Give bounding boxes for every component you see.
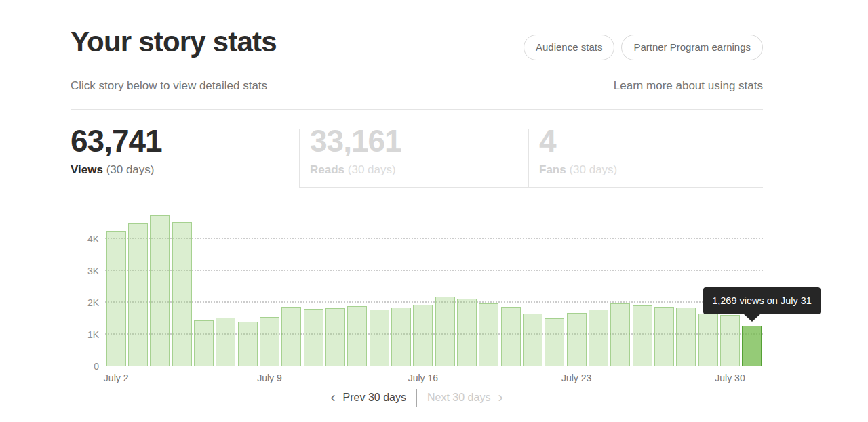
bar-july-7[interactable] bbox=[216, 318, 235, 366]
y-axis-tick: 0 bbox=[71, 361, 99, 372]
bar-july-23[interactable] bbox=[567, 313, 587, 366]
bar-july-18[interactable] bbox=[457, 299, 477, 366]
bar-july-2[interactable] bbox=[106, 231, 126, 366]
y-axis-tick: 3K bbox=[71, 266, 99, 276]
bar-july-21[interactable] bbox=[523, 314, 542, 366]
bar-july-25[interactable] bbox=[610, 303, 630, 366]
bar-july-5[interactable] bbox=[172, 222, 192, 366]
audience-stats-button[interactable]: Audience stats bbox=[524, 35, 614, 60]
x-axis-tick: July 23 bbox=[561, 373, 591, 383]
chevron-right-icon[interactable]: › bbox=[498, 390, 502, 405]
reads-value: 33,161 bbox=[310, 125, 528, 156]
x-axis-tick: July 30 bbox=[715, 373, 745, 383]
bar-july-17[interactable] bbox=[435, 297, 455, 366]
bar-july-4[interactable] bbox=[150, 215, 170, 366]
page-header: Your story stats Audience stats Partner … bbox=[71, 0, 763, 60]
bar-july-11[interactable] bbox=[304, 309, 323, 366]
stat-tab-fans[interactable]: 4 Fans (30 days) bbox=[528, 110, 763, 188]
y-axis-tick: 1K bbox=[71, 329, 99, 340]
learn-more-link[interactable]: Learn more about using stats bbox=[614, 79, 763, 93]
reads-label: Reads (30 days) bbox=[310, 163, 528, 177]
bar-july-3[interactable] bbox=[128, 223, 148, 366]
bar-july-24[interactable] bbox=[589, 310, 608, 366]
chevron-left-icon[interactable]: ‹ bbox=[330, 390, 335, 405]
next-30-days-button[interactable]: Next 30 days bbox=[427, 392, 490, 404]
summary-stats: 63,741 Views (30 days) 33,161 Reads (30 … bbox=[71, 110, 763, 188]
bar-july-30[interactable] bbox=[720, 315, 740, 366]
subheader-hint: Click story below to view detailed stats bbox=[71, 79, 267, 93]
bar-july-22[interactable] bbox=[545, 318, 564, 366]
y-axis-tick: 2K bbox=[71, 297, 99, 308]
gridline-2K bbox=[105, 301, 763, 303]
tooltip-arrow-icon bbox=[743, 314, 761, 322]
bar-july-29[interactable] bbox=[698, 314, 718, 366]
bar-july-14[interactable] bbox=[370, 310, 389, 366]
bar-july-6[interactable] bbox=[194, 320, 214, 366]
views-label: Views (30 days) bbox=[71, 163, 299, 177]
bar-july-16[interactable] bbox=[413, 305, 433, 366]
pager-divider bbox=[416, 389, 417, 407]
subheader: Click story below to view detailed stats… bbox=[71, 79, 763, 93]
bar-july-13[interactable] bbox=[347, 306, 367, 366]
bar-july-27[interactable] bbox=[654, 307, 674, 366]
bar-july-12[interactable] bbox=[326, 308, 345, 366]
header-buttons: Audience stats Partner Program earnings bbox=[524, 35, 763, 60]
x-axis-line bbox=[105, 366, 763, 366]
bar-july-20[interactable] bbox=[501, 307, 521, 366]
stat-tab-reads[interactable]: 33,161 Reads (30 days) bbox=[299, 110, 528, 188]
x-axis-tick: July 2 bbox=[104, 373, 129, 383]
date-range-pager: ‹ Prev 30 days Next 30 days › bbox=[71, 387, 763, 408]
stats-page: Your story stats Audience stats Partner … bbox=[71, 0, 763, 408]
bar-july-19[interactable] bbox=[479, 303, 498, 366]
bar-tooltip: 1,269 views on July 31 bbox=[703, 287, 821, 314]
bar-july-31[interactable] bbox=[742, 326, 762, 366]
gridline-4K bbox=[105, 238, 763, 239]
bar-july-8[interactable] bbox=[238, 322, 258, 366]
bar-july-28[interactable] bbox=[676, 308, 696, 366]
bar-july-15[interactable] bbox=[391, 308, 411, 366]
gridline-3K bbox=[105, 270, 763, 271]
fans-value: 4 bbox=[539, 125, 763, 156]
bar-july-26[interactable] bbox=[633, 305, 652, 366]
prev-30-days-button[interactable]: Prev 30 days bbox=[343, 392, 406, 404]
stat-tab-views[interactable]: 63,741 Views (30 days) bbox=[71, 110, 299, 188]
views-bar-chart: 1,269 views on July 31 01K2K3K4KJuly 2Ju… bbox=[71, 211, 763, 383]
bar-july-10[interactable] bbox=[281, 307, 301, 366]
x-axis-tick: July 16 bbox=[408, 373, 438, 383]
bar-july-9[interactable] bbox=[260, 317, 279, 366]
fans-label: Fans (30 days) bbox=[539, 163, 763, 177]
x-axis-tick: July 9 bbox=[257, 373, 282, 383]
y-axis-tick: 4K bbox=[71, 234, 99, 245]
views-value: 63,741 bbox=[71, 125, 299, 156]
page-title: Your story stats bbox=[71, 26, 277, 58]
bar-tooltip-text: 1,269 views on July 31 bbox=[712, 295, 812, 306]
partner-program-earnings-button[interactable]: Partner Program earnings bbox=[621, 35, 763, 60]
